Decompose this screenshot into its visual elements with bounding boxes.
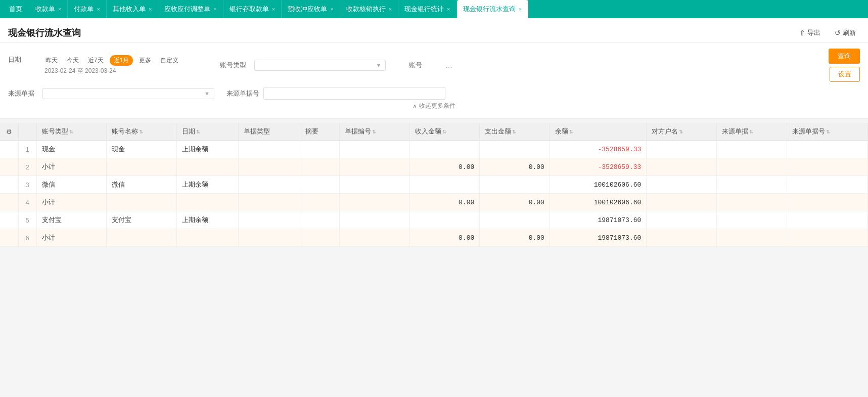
- col-date-header[interactable]: 日期⇅: [176, 123, 238, 141]
- page-header: 现金银行流水查询 ⇧ 导出 ↺ 刷新: [0, 18, 868, 42]
- export-button[interactable]: ⇧ 导出: [795, 26, 825, 39]
- collapse-button[interactable]: ∧ 收起更多条件: [8, 100, 860, 112]
- row-seq: 1: [18, 141, 36, 158]
- shortcut-today[interactable]: 今天: [64, 55, 82, 66]
- top-nav: 首页 收款单 × 付款单 × 其他收入单 × 应收应付调整单 × 银行存取款单 …: [0, 0, 868, 18]
- row-doc-type: [238, 211, 300, 229]
- col-expense-header[interactable]: 支出金额⇅: [480, 123, 550, 141]
- row-expense: 0.00: [480, 229, 550, 247]
- row-source-doc-no: [787, 158, 867, 176]
- shortcut-yesterday[interactable]: 昨天: [42, 55, 61, 66]
- shortcut-custom[interactable]: 自定义: [157, 55, 181, 66]
- settings-button[interactable]: 设置: [830, 67, 860, 82]
- row-source-doc: [716, 229, 787, 247]
- source-doc-select[interactable]: ▼: [42, 88, 214, 99]
- query-button[interactable]: 查询: [829, 49, 860, 64]
- sort-icon: ⇅: [372, 129, 376, 135]
- row-income: 0.00: [409, 229, 480, 247]
- close-icon[interactable]: ×: [330, 6, 333, 12]
- row-doc-type: [238, 141, 300, 158]
- row-gear-cell: [0, 141, 18, 158]
- header-actions: ⇧ 导出 ↺ 刷新: [795, 26, 860, 39]
- row-date: [176, 229, 238, 247]
- row-income: [409, 211, 480, 229]
- source-doc-no-input[interactable]: [263, 87, 445, 100]
- table-row: 4 小计 0.00 0.00 100102606.60: [0, 194, 868, 211]
- data-table: ⚙ 账号类型⇅ 账号名称⇅ 日期⇅ 单据类型 摘要 单据编号⇅ 收入金: [0, 123, 868, 247]
- nav-tab-collection-exec[interactable]: 收款核销执行 ×: [340, 0, 398, 18]
- row-seq: 3: [18, 176, 36, 194]
- row-source-doc-no: [787, 194, 867, 211]
- chevron-up-icon: ∧: [413, 103, 417, 110]
- chevron-down-icon: ▼: [204, 91, 210, 97]
- col-account-type-header[interactable]: 账号类型⇅: [36, 123, 107, 141]
- col-balance-header[interactable]: 余额⇅: [550, 123, 646, 141]
- close-icon[interactable]: ×: [149, 6, 152, 12]
- row-income: 0.00: [409, 158, 480, 176]
- refresh-button[interactable]: ↺ 刷新: [831, 26, 860, 39]
- close-icon[interactable]: ×: [447, 6, 450, 12]
- row-doc-no: [340, 158, 410, 176]
- close-icon[interactable]: ×: [389, 6, 392, 12]
- nav-home[interactable]: 首页: [2, 5, 29, 14]
- shortcut-7days[interactable]: 近7天: [85, 55, 107, 66]
- sort-icon: ⇅: [749, 129, 753, 135]
- row-account-name: [107, 158, 177, 176]
- col-source-doc-header[interactable]: 来源单据⇅: [716, 123, 787, 141]
- row-source-doc-no: [787, 211, 867, 229]
- col-income-header[interactable]: 收入金额⇅: [409, 123, 480, 141]
- row-balance: -3528659.33: [550, 141, 646, 158]
- col-account-name-header[interactable]: 账号名称⇅: [107, 123, 177, 141]
- row-doc-no: [340, 141, 410, 158]
- close-icon[interactable]: ×: [272, 6, 275, 12]
- row-account-type: 支付宝: [36, 211, 107, 229]
- row-source-doc: [716, 158, 787, 176]
- col-doc-type-header: 单据类型: [238, 123, 300, 141]
- row-summary: [300, 211, 339, 229]
- row-date: 上期余额: [176, 176, 238, 194]
- nav-tab-receipt[interactable]: 收款单 ×: [29, 0, 68, 18]
- shortcut-1month[interactable]: 近1月: [110, 55, 133, 66]
- close-icon[interactable]: ×: [97, 6, 100, 12]
- close-icon[interactable]: ×: [58, 6, 61, 12]
- nav-tab-ar-adjust[interactable]: 应收应付调整单 ×: [158, 0, 223, 18]
- col-gear-header[interactable]: ⚙: [0, 123, 18, 141]
- row-summary: [300, 194, 339, 211]
- col-counterpart-header[interactable]: 对方户名⇅: [647, 123, 717, 141]
- row-date: [176, 194, 238, 211]
- table-row: 1 现金 现金 上期余额 -3528659.33: [0, 141, 868, 158]
- filter-row-2: 来源单据 ▼ 来源单据号: [8, 87, 860, 100]
- row-source-doc-no: [787, 229, 867, 247]
- sort-icon: ⇅: [139, 129, 143, 135]
- row-doc-no: [340, 194, 410, 211]
- table-row: 5 支付宝 支付宝 上期余额 19871073.60: [0, 211, 868, 229]
- table-row: 2 小计 0.00 0.00 -3528659.33: [0, 158, 868, 176]
- shortcut-more[interactable]: 更多: [136, 55, 154, 66]
- nav-tab-bank-deposit[interactable]: 银行存取款单 ×: [223, 0, 282, 18]
- col-summary-header: 摘要: [300, 123, 339, 141]
- row-source-doc: [716, 194, 787, 211]
- row-counterpart: [647, 158, 717, 176]
- sort-icon: ⇅: [442, 129, 446, 135]
- row-account-name: [107, 194, 177, 211]
- nav-tab-other-income[interactable]: 其他收入单 ×: [107, 0, 158, 18]
- row-counterpart: [647, 141, 717, 158]
- col-source-doc-no-header[interactable]: 来源单据号⇅: [787, 123, 867, 141]
- row-source-doc-no: [787, 141, 867, 158]
- close-icon[interactable]: ×: [213, 6, 216, 12]
- nav-tab-prepay-offset[interactable]: 预收冲应收单 ×: [282, 0, 340, 18]
- close-icon[interactable]: ×: [519, 6, 522, 12]
- row-account-type: 小计: [36, 229, 107, 247]
- row-account-type: 微信: [36, 176, 107, 194]
- col-doc-no-header[interactable]: 单据编号⇅: [340, 123, 410, 141]
- nav-tab-payment[interactable]: 付款单 ×: [68, 0, 106, 18]
- row-account-name: 现金: [107, 141, 177, 158]
- account-dots[interactable]: ...: [443, 61, 454, 70]
- account-type-select[interactable]: ▼: [254, 60, 386, 71]
- table-header-row: ⚙ 账号类型⇅ 账号名称⇅ 日期⇅ 单据类型 摘要 单据编号⇅ 收入金: [0, 123, 868, 141]
- nav-tab-cash-bank-stat[interactable]: 现金银行统计 ×: [398, 0, 456, 18]
- row-counterpart: [647, 211, 717, 229]
- nav-tab-cash-bank-flow[interactable]: 现金银行流水查询 ×: [457, 0, 528, 18]
- date-filter-label: 日期: [8, 55, 38, 64]
- row-seq: 2: [18, 158, 36, 176]
